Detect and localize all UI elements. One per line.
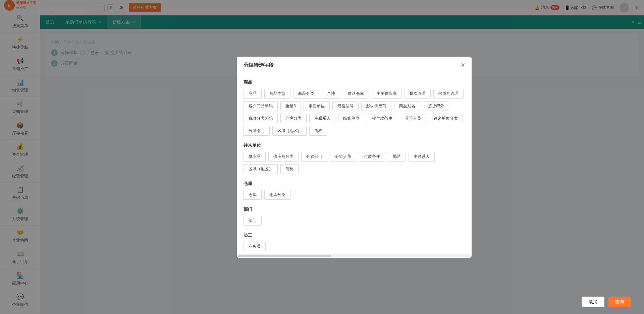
section-department-chips: 部门 [244, 216, 465, 226]
chip-partner-0[interactable]: 供应商 [244, 152, 266, 162]
modal-close-button[interactable]: ✕ [461, 62, 465, 68]
action-buttons: 取消 查询 [582, 297, 631, 307]
chip-goods-17[interactable]: 主联系人 [309, 114, 335, 123]
chip-goods-9[interactable]: 重量3 [280, 101, 301, 111]
chip-goods-12[interactable]: 默认供应商 [361, 101, 391, 111]
chip-goods-3[interactable]: 产地 [322, 89, 340, 99]
chip-partner-1[interactable]: 供应商分类 [268, 152, 299, 162]
chip-goods-7[interactable]: 保质期管理 [433, 89, 464, 99]
chip-partner-2[interactable]: 分管部门 [301, 152, 327, 162]
modal-title: 分组待选字段 [244, 62, 274, 68]
chip-goods-21[interactable]: 往来单位分类 [429, 114, 463, 123]
section-partner-chips: 供应商 供应商分类 分管部门 分管人员 付款条件 地区 主联系人 区域（地区） … [244, 152, 465, 174]
chip-goods-1[interactable]: 商品类型 [264, 89, 290, 99]
chip-goods-6[interactable]: 批次管理 [405, 89, 431, 99]
chip-goods-5[interactable]: 主要供应商 [372, 89, 402, 99]
chip-goods-0[interactable]: 商品 [244, 89, 262, 99]
modal-header: 分组待选字段 ✕ [237, 57, 472, 74]
confirm-button[interactable]: 查询 [608, 297, 631, 307]
chip-goods-8[interactable]: 客户商品编码 [244, 101, 278, 111]
chip-goods-24[interactable]: 简称 [309, 126, 327, 136]
chip-goods-23[interactable]: 区域（地区） [272, 126, 307, 136]
cancel-button[interactable]: 取消 [582, 297, 604, 307]
modal-horizontal-scrollbar[interactable] [237, 254, 472, 258]
chip-goods-15[interactable]: 税收分类编码 [244, 114, 278, 123]
chip-partner-7[interactable]: 区域（地区） [244, 164, 278, 174]
section-partner: 往来单位 供应商 供应商分类 分管部门 分管人员 付款条件 地区 主联系人 区域… [244, 142, 465, 174]
chip-goods-2[interactable]: 商品分类 [293, 89, 319, 99]
modal-body: 商品 商品 商品类型 商品分类 产地 默认仓库 主要供应商 批次管理 保质期管理… [237, 74, 472, 254]
chip-warehouse-0[interactable]: 仓库 [244, 190, 262, 200]
chip-warehouse-1[interactable]: 仓库分类 [264, 190, 290, 200]
section-warehouse-chips: 仓库 仓库分类 [244, 190, 465, 200]
chip-goods-16[interactable]: 仓库分类 [280, 114, 307, 123]
chip-goods-14[interactable]: 拣货积分 [423, 101, 449, 111]
section-warehouse-title: 仓库 [244, 181, 465, 187]
chip-partner-8[interactable]: 简称 [280, 164, 299, 174]
chip-goods-13[interactable]: 商品别名 [394, 101, 420, 111]
section-department-title: 部门 [244, 206, 465, 212]
chip-goods-22[interactable]: 分管部门 [244, 126, 270, 136]
field-selection-modal: 分组待选字段 ✕ 商品 商品 商品类型 商品分类 产地 默认仓库 主要供应商 批… [237, 57, 472, 258]
chip-goods-20[interactable]: 分管人员 [400, 114, 426, 123]
chip-employee-0[interactable]: 业务员 [244, 242, 266, 251]
chip-partner-5[interactable]: 地区 [388, 152, 406, 162]
chip-partner-6[interactable]: 主联系人 [409, 152, 435, 162]
chip-goods-10[interactable]: 零售单位 [304, 101, 330, 111]
section-employee-chips: 业务员 [244, 242, 465, 251]
chip-goods-11[interactable]: 规格型号 [332, 101, 359, 111]
scroll-track [238, 255, 470, 257]
chip-department-0[interactable]: 部门 [244, 216, 262, 226]
section-partner-title: 往来单位 [244, 142, 465, 148]
chip-partner-3[interactable]: 分管人员 [330, 152, 356, 162]
section-employee: 员工 业务员 [244, 232, 465, 251]
chip-goods-19[interactable]: 收付款条件 [367, 114, 397, 123]
chip-goods-18[interactable]: 结算单位 [338, 114, 364, 123]
scroll-thumb [238, 255, 331, 257]
section-goods: 商品 商品 商品类型 商品分类 产地 默认仓库 主要供应商 批次管理 保质期管理… [244, 79, 465, 136]
section-goods-title: 商品 [244, 79, 465, 85]
section-goods-chips: 商品 商品类型 商品分类 产地 默认仓库 主要供应商 批次管理 保质期管理 客户… [244, 89, 465, 136]
chip-goods-4[interactable]: 默认仓库 [343, 89, 369, 99]
section-department: 部门 部门 [244, 206, 465, 226]
chip-partner-4[interactable]: 付款条件 [359, 152, 385, 162]
section-warehouse: 仓库 仓库 仓库分类 [244, 181, 465, 200]
section-employee-title: 员工 [244, 232, 465, 238]
